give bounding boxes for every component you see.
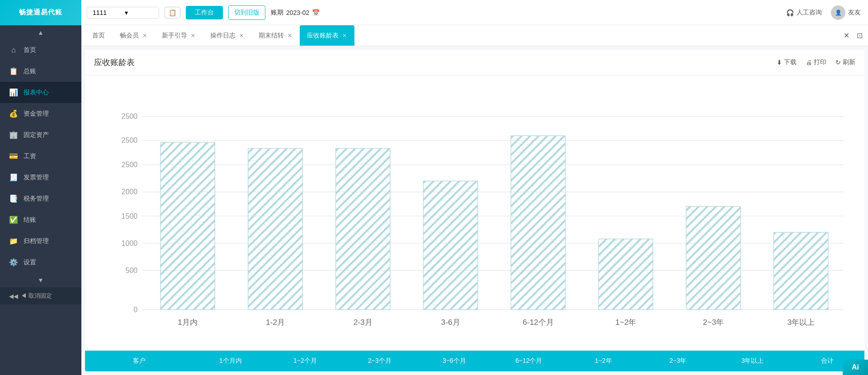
tab-aging-close[interactable]: ✕	[342, 33, 347, 39]
sidebar-item-home[interactable]: ⌂ 首页	[0, 40, 81, 61]
col-2-3month: 2~3个月	[342, 357, 417, 365]
tab-bar: 首页 畅会员 ✕ 新手引导 ✕ 操作日志 ✕ 期末结转 ✕ 应收账龄表 ✕	[81, 25, 868, 46]
invoice-icon: 🧾	[9, 173, 18, 182]
page-content: 应收账龄表 ⬇ 下载 🖨 打印 ↻ 刷新	[85, 50, 864, 371]
dropdown-icon: ▾	[125, 9, 153, 16]
page-actions: ⬇ 下载 🖨 打印 ↻ 刷新	[777, 58, 855, 66]
svg-text:3年以上: 3年以上	[787, 318, 815, 327]
tab-member[interactable]: 畅会员 ✕	[113, 25, 155, 46]
tab-oplog-close[interactable]: ✕	[239, 33, 244, 39]
user-info[interactable]: 👤 友友	[831, 5, 861, 20]
sidebar-item-checkout[interactable]: ✅ 结账	[0, 209, 81, 230]
svg-text:1月内: 1月内	[178, 318, 198, 327]
tab-aging[interactable]: 应收账龄表 ✕	[300, 25, 354, 46]
tab-guide[interactable]: 新手引导 ✕	[155, 25, 203, 46]
service-label: 人工咨询	[797, 9, 822, 17]
sidebar-item-settings[interactable]: ⚙️ 设置	[0, 252, 81, 273]
header-right: 🎧 人工咨询 👤 友友	[786, 5, 861, 20]
sidebar-label-salary: 工资	[24, 152, 36, 160]
sidebar-item-tax[interactable]: 📑 税务管理	[0, 188, 81, 209]
period-label: 账期	[271, 9, 283, 17]
col-6-12month: 6~12个月	[491, 357, 566, 365]
settings-icon: ⚙️	[9, 258, 18, 267]
tab-closing-label: 期末结转	[259, 32, 284, 40]
tax-icon: 📑	[9, 194, 18, 203]
sidebar-item-assets[interactable]: 🏢 固定资产	[0, 124, 81, 145]
col-3year-plus: 3年以上	[715, 357, 790, 365]
tab-expand-btn[interactable]: ⊡	[855, 29, 864, 42]
sidebar-label-ledger: 总账	[24, 67, 36, 75]
bar-3-6月	[423, 181, 477, 310]
period-area: 账期 2023-02 📅	[271, 9, 320, 17]
sidebar-label-settings: 设置	[24, 258, 36, 267]
tab-home[interactable]: 首页	[85, 25, 113, 46]
avatar-icon: 👤	[835, 9, 842, 16]
bar-1-2年	[599, 239, 653, 309]
assets-icon: 🏢	[9, 131, 18, 139]
tab-guide-close[interactable]: ✕	[191, 33, 195, 39]
svg-text:2500: 2500	[122, 112, 138, 120]
sidebar-item-ledger[interactable]: 📋 总账	[0, 61, 81, 82]
sidebar-item-invoice[interactable]: 🧾 发票管理	[0, 167, 81, 188]
headset-icon: 🎧	[786, 9, 794, 16]
pin-label: ◀ 取消固定	[21, 292, 52, 300]
avatar: 👤	[831, 5, 845, 20]
bar-2-3年	[686, 206, 741, 310]
sidebar-scroll-down[interactable]: ▼	[0, 273, 81, 287]
tab-aging-label: 应收账龄表	[307, 32, 339, 40]
svg-text:3-6月: 3-6月	[441, 318, 460, 327]
svg-text:2000: 2000	[122, 188, 138, 196]
sidebar-label-funds: 资金管理	[24, 110, 49, 118]
svg-text:2500: 2500	[122, 136, 138, 144]
ledger-icon: 📋	[9, 67, 18, 75]
calendar-icon[interactable]: 📅	[312, 9, 320, 16]
copy-icon-btn[interactable]: 📋	[165, 7, 180, 19]
tab-guide-label: 新手引导	[162, 32, 187, 40]
sidebar-label-checkout: 结账	[24, 216, 36, 224]
col-2-3year: 2~3年	[641, 357, 715, 365]
sidebar-item-funds[interactable]: 💰 资金管理	[0, 103, 81, 124]
sidebar-item-salary[interactable]: 💳 工资	[0, 145, 81, 167]
col-1-2year: 1~2年	[566, 357, 641, 365]
company-name: 1111	[93, 9, 121, 16]
sidebar-label-archive: 归档管理	[24, 237, 49, 245]
refresh-btn[interactable]: ↻ 刷新	[835, 58, 855, 66]
sidebar-item-reports[interactable]: 📊 报表中心	[0, 82, 81, 103]
sidebar-label-assets: 固定资产	[24, 131, 49, 139]
switch-version-button[interactable]: 切到旧版	[228, 5, 265, 20]
content-area: 首页 畅会员 ✕ 新手引导 ✕ 操作日志 ✕ 期末结转 ✕ 应收账龄表 ✕	[81, 25, 868, 375]
archive-icon: 📁	[9, 237, 18, 245]
period-value: 2023-02	[286, 9, 309, 16]
bar-2-3月	[336, 148, 390, 309]
download-btn[interactable]: ⬇ 下载	[777, 58, 797, 66]
company-selector[interactable]: 1111 ▾	[87, 7, 159, 19]
tab-close-all-btn[interactable]: ✕	[842, 29, 851, 42]
workbench-button[interactable]: 工作台	[186, 6, 223, 19]
svg-text:1000: 1000	[122, 239, 138, 247]
col-customer: 客户	[85, 357, 193, 365]
human-service-btn[interactable]: 🎧 人工咨询	[786, 9, 822, 17]
svg-text:6-12个月: 6-12个月	[523, 318, 554, 327]
print-btn[interactable]: 🖨 打印	[806, 58, 826, 66]
svg-text:0: 0	[133, 305, 137, 314]
col-1-2month: 1~2个月	[268, 357, 342, 365]
table-header: 客户 1个月内 1~2个月 2~3个月 3~6个月 6~12个月 1~2年 2~…	[85, 351, 864, 371]
col-1month: 1个月内	[193, 357, 268, 365]
tab-oplog[interactable]: 操作日志 ✕	[203, 25, 251, 46]
home-icon: ⌂	[9, 46, 18, 54]
sidebar-label-tax: 税务管理	[24, 195, 49, 203]
bar-6-12月	[511, 136, 565, 309]
bar-chart: 2500 2500 2500 2000 1500 1000 500 0	[94, 83, 855, 343]
ai-badge[interactable]: Ai	[843, 360, 868, 375]
sidebar-scroll-up[interactable]: ▲	[0, 25, 81, 40]
user-name: 友友	[848, 9, 861, 17]
checkout-icon: ✅	[9, 216, 18, 224]
funds-icon: 💰	[9, 109, 18, 118]
tab-closing[interactable]: 期末结转 ✕	[251, 25, 300, 46]
sidebar-item-archive[interactable]: 📁 归档管理	[0, 230, 81, 252]
print-icon: 🖨	[806, 59, 812, 66]
tab-closing-close[interactable]: ✕	[288, 33, 292, 39]
tab-member-close[interactable]: ✕	[142, 33, 147, 39]
logo-area: 畅捷通易代账	[0, 0, 81, 25]
sidebar-pin-btn[interactable]: ◀◀ ◀ 取消固定	[0, 287, 81, 305]
